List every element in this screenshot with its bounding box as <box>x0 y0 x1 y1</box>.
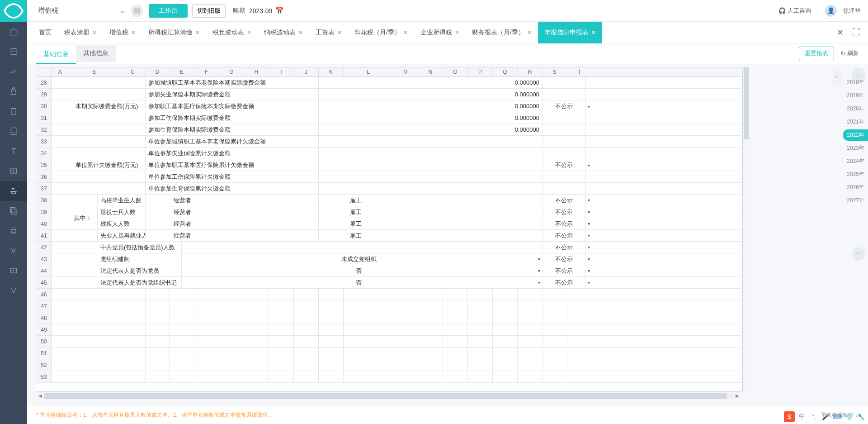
empty-cell[interactable] <box>443 300 468 312</box>
empty-cell[interactable] <box>393 371 418 382</box>
close-tab-button[interactable]: ✕ <box>834 26 846 39</box>
row-header[interactable]: 53 <box>36 371 52 382</box>
empty-cell[interactable] <box>146 371 170 382</box>
empty-cell[interactable] <box>120 371 146 382</box>
empty-cell[interactable] <box>319 312 344 324</box>
year-2025年[interactable]: 2025年 <box>843 169 868 180</box>
row-header[interactable]: 38 <box>36 195 52 206</box>
empty-cell[interactable] <box>344 300 393 312</box>
empty-cell[interactable] <box>468 348 493 359</box>
empty-cell[interactable] <box>219 300 244 312</box>
close-icon[interactable]: ✕ <box>591 29 596 36</box>
empty-cell[interactable] <box>68 359 120 371</box>
dropdown-icon[interactable] <box>586 218 592 229</box>
ime-skin-icon[interactable]: 👕 <box>844 412 854 421</box>
empty-cell[interactable] <box>194 348 219 359</box>
empty-cell[interactable] <box>443 348 468 359</box>
cell-value[interactable] <box>393 195 542 206</box>
empty-cell[interactable] <box>393 289 418 300</box>
empty-cell[interactable] <box>468 312 493 324</box>
tab-10[interactable]: 年报信息申报表✕ <box>538 22 602 43</box>
col-header-S[interactable]: S <box>542 67 567 76</box>
nav-clipboard-icon[interactable] <box>0 101 27 121</box>
ime-keyboard-icon[interactable]: ⌨ <box>833 412 842 421</box>
panel-collapse-button[interactable]: ‹ <box>833 69 841 85</box>
calendar-icon[interactable]: 📅 <box>275 6 284 15</box>
cell-value[interactable] <box>219 230 319 241</box>
close-icon[interactable]: ✕ <box>131 29 136 36</box>
tab-1[interactable]: 税表清册✕ <box>58 22 103 43</box>
refresh-button[interactable]: ↻ 刷新 <box>840 49 859 57</box>
empty-cell[interactable] <box>567 300 592 312</box>
empty-cell[interactable] <box>493 359 518 371</box>
empty-cell[interactable] <box>294 359 319 371</box>
cell-value[interactable] <box>319 159 542 171</box>
dropdown-icon[interactable] <box>536 265 542 276</box>
ime-s-icon[interactable]: S <box>784 411 795 422</box>
close-icon[interactable]: ✕ <box>337 29 342 36</box>
empty-cell[interactable] <box>219 359 244 371</box>
empty-cell[interactable] <box>418 300 443 312</box>
row-header[interactable]: 35 <box>36 159 52 171</box>
row-header[interactable]: 41 <box>36 230 52 241</box>
empty-cell[interactable] <box>170 289 194 300</box>
ime-toolbar[interactable]: S 中 °, 🎤 ⌨ 👕 🔧 <box>784 411 865 422</box>
dropdown-icon[interactable] <box>536 253 542 265</box>
horizontal-scrollbar[interactable]: ◀ ▶ <box>36 391 741 400</box>
year-2019年[interactable]: 2019年 <box>843 90 868 101</box>
disp-cell[interactable]: 不公示 <box>542 242 586 253</box>
empty-cell[interactable] <box>567 359 592 371</box>
dropdown-icon[interactable] <box>586 136 592 195</box>
empty-cell[interactable] <box>269 348 294 359</box>
nav-print-icon[interactable] <box>0 221 27 241</box>
nav-gear-icon[interactable] <box>0 241 27 261</box>
col-header-J[interactable]: J <box>294 67 319 76</box>
empty-cell[interactable] <box>52 300 68 312</box>
empty-cell[interactable] <box>518 336 542 347</box>
tab-3[interactable]: 所得税汇算清缴✕ <box>142 22 206 43</box>
dropdown-icon[interactable] <box>536 277 542 288</box>
tab-0[interactable]: 首页 <box>33 22 58 43</box>
row-header[interactable]: 50 <box>36 336 52 347</box>
subtab-other[interactable]: 其他信息 <box>76 45 116 62</box>
username[interactable]: 徐泽华 <box>843 7 861 15</box>
empty-cell[interactable] <box>493 348 518 359</box>
empty-cell[interactable] <box>219 289 244 300</box>
empty-cell[interactable] <box>120 359 146 371</box>
reset-report-button[interactable]: 重置报表 <box>799 47 834 60</box>
col-header-G[interactable]: G <box>219 67 244 76</box>
empty-cell[interactable] <box>518 359 542 371</box>
empty-cell[interactable] <box>418 348 443 359</box>
cell-value[interactable] <box>219 218 319 229</box>
year-2020年[interactable]: 2020年 <box>843 103 868 114</box>
col-header-L[interactable]: L <box>344 67 393 76</box>
row-header[interactable]: 40 <box>36 218 52 229</box>
empty-cell[interactable] <box>68 324 120 335</box>
cell-value[interactable]: 0.000000 <box>319 100 542 112</box>
empty-cell[interactable] <box>518 348 542 359</box>
row-header[interactable]: 28 <box>36 77 52 88</box>
empty-cell[interactable] <box>170 300 194 312</box>
empty-cell[interactable] <box>244 359 269 371</box>
empty-cell[interactable] <box>567 371 592 382</box>
empty-cell[interactable] <box>219 312 244 324</box>
disp-cell[interactable]: 不公示 <box>542 206 586 218</box>
empty-cell[interactable] <box>170 312 194 324</box>
empty-cell[interactable] <box>567 312 592 324</box>
empty-cell[interactable] <box>194 300 219 312</box>
app-logo[interactable] <box>0 0 27 22</box>
year-2027年[interactable]: 2027年 <box>843 195 868 206</box>
col-header-I[interactable]: I <box>269 67 294 76</box>
empty-cell[interactable] <box>194 312 219 324</box>
cell-value[interactable] <box>319 136 542 147</box>
empty-cell[interactable] <box>542 336 567 347</box>
empty-cell[interactable] <box>68 348 120 359</box>
empty-cell[interactable] <box>518 300 542 312</box>
empty-cell[interactable] <box>219 348 244 359</box>
empty-cell[interactable] <box>468 289 493 300</box>
row-header[interactable]: 30 <box>36 100 52 112</box>
dropdown-icon[interactable] <box>586 230 592 241</box>
row-header[interactable]: 31 <box>36 112 52 124</box>
empty-cell[interactable] <box>443 336 468 347</box>
user-avatar-icon[interactable]: 👤 <box>825 5 837 17</box>
